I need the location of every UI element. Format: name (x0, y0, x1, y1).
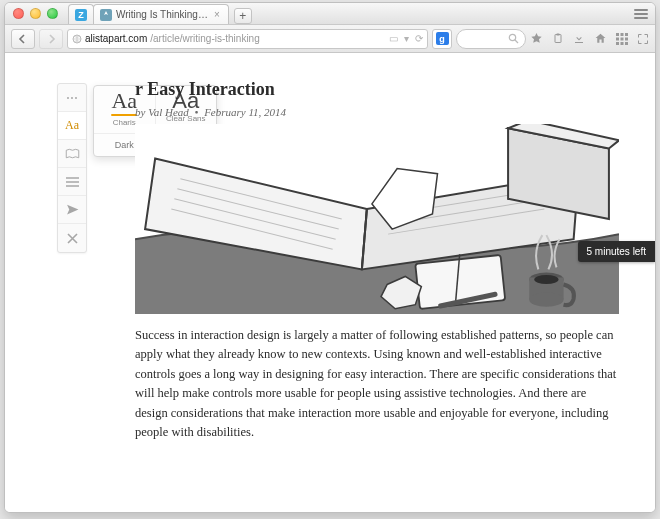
browser-window: Z Writing Is Thinking… × + alistapart.co… (4, 2, 656, 513)
tab-active[interactable]: Writing Is Thinking… × (93, 4, 229, 24)
reader-list-icon[interactable] (58, 168, 86, 196)
svg-rect-5 (616, 33, 619, 36)
tab-close-icon[interactable]: × (214, 9, 220, 20)
svg-point-31 (529, 293, 563, 307)
url-path: /article/writing-is-thinking (150, 33, 259, 44)
toolbar-icons (530, 32, 649, 45)
reader-close-icon[interactable] (58, 224, 86, 252)
url-bar[interactable]: alistapart.com/article/writing-is-thinki… (67, 29, 428, 49)
svg-rect-11 (616, 42, 619, 45)
reader-typography-icon[interactable]: Aa (58, 112, 86, 140)
svg-point-1 (509, 34, 515, 40)
time-left-badge: 5 minutes left (578, 241, 655, 262)
zoom-window-button[interactable] (47, 8, 58, 19)
urlbar-actions: ▭ ▾ ⟳ (389, 33, 423, 44)
window-controls (5, 8, 58, 19)
svg-rect-6 (621, 33, 624, 36)
byline-separator: • (195, 106, 199, 118)
tab-title: Writing Is Thinking… (116, 9, 208, 20)
url-host: alistapart.com (85, 33, 147, 44)
back-button[interactable] (11, 29, 35, 49)
reload-icon[interactable]: ⟳ (415, 33, 423, 44)
new-tab-button[interactable]: + (234, 8, 252, 24)
article: r Easy Interaction by Val Head • Februar… (135, 79, 619, 512)
svg-rect-10 (625, 37, 628, 40)
reader-mode-icon[interactable]: ▭ (389, 33, 398, 44)
titlebar: Z Writing Is Thinking… × + (5, 3, 655, 25)
byline-author: Val Head (148, 106, 189, 118)
tab-pinned[interactable]: Z (68, 4, 94, 24)
hamburger-menu-icon[interactable] (633, 7, 649, 21)
svg-rect-9 (621, 37, 624, 40)
svg-rect-4 (557, 34, 560, 36)
svg-point-32 (534, 275, 558, 284)
svg-rect-3 (555, 35, 561, 43)
article-illustration (135, 124, 619, 314)
svg-line-2 (515, 40, 518, 43)
favicon-ala-icon (100, 9, 112, 21)
svg-rect-7 (625, 33, 628, 36)
tab-strip: Z Writing Is Thinking… × + (68, 3, 252, 24)
search-icon (508, 33, 519, 44)
favicon-z-icon: Z (75, 9, 87, 21)
dropdown-icon[interactable]: ▾ (404, 33, 409, 44)
byline-date: February 11, 2014 (204, 106, 286, 118)
article-byline: by Val Head • February 11, 2014 (135, 106, 619, 118)
article-body: Success in interaction design is largely… (135, 326, 619, 442)
article-title: r Easy Interaction (135, 79, 619, 100)
downloads-icon[interactable] (573, 32, 585, 45)
reader-sidebar: ⋯ Aa (57, 83, 87, 253)
forward-button[interactable] (39, 29, 63, 49)
page-content: ⋯ Aa Aa Charis (5, 53, 655, 512)
search-bar[interactable] (456, 29, 526, 49)
svg-rect-13 (625, 42, 628, 45)
fullscreen-icon[interactable] (637, 33, 649, 45)
home-icon[interactable] (594, 32, 607, 45)
reader-options-icon[interactable]: ⋯ (58, 84, 86, 112)
globe-icon (72, 34, 82, 44)
google-badge-icon: g (436, 32, 449, 45)
minimize-window-button[interactable] (30, 8, 41, 19)
svg-rect-8 (616, 37, 619, 40)
svg-rect-12 (621, 42, 624, 45)
close-window-button[interactable] (13, 8, 24, 19)
selected-underline (111, 114, 137, 116)
clipboard-icon[interactable] (552, 32, 564, 45)
bookmark-star-icon[interactable] (530, 32, 543, 45)
byline-prefix: by (135, 106, 145, 118)
search-engine-button[interactable]: g (432, 29, 452, 49)
reader-send-icon[interactable] (58, 196, 86, 224)
nav-toolbar: alistapart.com/article/writing-is-thinki… (5, 25, 655, 53)
apps-grid-icon[interactable] (616, 33, 628, 45)
reader-book-icon[interactable] (58, 140, 86, 168)
